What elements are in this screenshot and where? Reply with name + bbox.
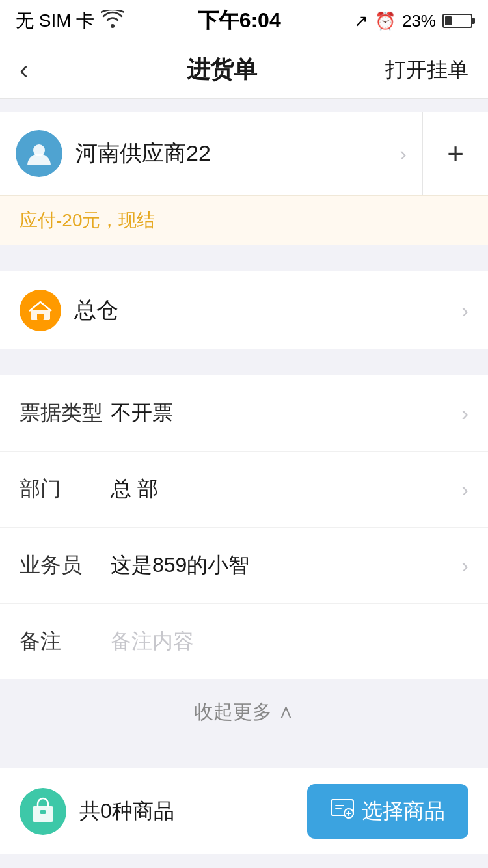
salesperson-value: 这是859的小智 <box>104 551 455 580</box>
product-count: 共0种商品 <box>79 797 307 826</box>
status-carrier: 无 SIM 卡 <box>16 8 124 33</box>
page-title: 进货单 <box>187 54 257 86</box>
invoice-type-chevron-icon: › <box>461 401 468 426</box>
select-product-icon <box>331 799 354 824</box>
select-product-label: 选择商品 <box>362 797 445 826</box>
gray-area <box>0 854 488 868</box>
warehouse-icon <box>20 290 61 331</box>
bottom-bar: 共0种商品 选择商品 <box>0 768 488 854</box>
battery-percent: 23% <box>402 11 436 31</box>
alarm-icon: ⏰ <box>375 11 396 31</box>
remark-input[interactable]: 备注内容 <box>104 627 468 656</box>
status-right: ↗ ⏰ 23% <box>354 11 472 31</box>
supplier-chevron-icon: › <box>400 142 407 166</box>
collapse-bar[interactable]: 收起更多 ∧ <box>0 682 488 742</box>
department-label: 部门 <box>20 475 104 504</box>
collapse-label: 收起更多 ∧ <box>194 701 293 722</box>
location-icon: ↗ <box>354 11 368 31</box>
warehouse-name: 总仓 <box>74 295 455 325</box>
section-gap-3 <box>0 349 488 362</box>
add-supplier-button[interactable]: + <box>423 112 488 195</box>
notice-bar: 应付-20元，现结 <box>0 195 488 245</box>
section-gap-1 <box>0 99 488 112</box>
invoice-type-row[interactable]: 票据类型 不开票 › <box>0 375 488 452</box>
supplier-avatar <box>16 130 62 177</box>
notice-text: 应付-20元，现结 <box>20 210 155 230</box>
salesperson-chevron-icon: › <box>461 554 468 578</box>
invoice-type-label: 票据类型 <box>20 399 104 427</box>
svg-rect-4 <box>40 810 46 814</box>
open-pending-button[interactable]: 打开挂单 <box>385 56 468 85</box>
battery-icon <box>442 14 472 28</box>
section-gap-4 <box>0 742 488 755</box>
invoice-type-value: 不开票 <box>104 399 455 427</box>
warehouse-chevron-icon: › <box>461 299 468 323</box>
carrier-text: 无 SIM 卡 <box>16 8 94 33</box>
status-bar: 无 SIM 卡 下午6:04 ↗ ⏰ 23% <box>0 0 488 42</box>
status-time: 下午6:04 <box>198 7 281 35</box>
back-button[interactable]: ‹ <box>20 55 59 85</box>
section-gap-2 <box>0 245 488 258</box>
form-section: 票据类型 不开票 › 部门 总 部 › 业务员 这是859的小智 › 备注 备注… <box>0 375 488 679</box>
supplier-selector[interactable]: 河南供应商22 › <box>0 112 423 195</box>
department-row[interactable]: 部门 总 部 › <box>0 452 488 528</box>
svg-rect-2 <box>37 314 44 320</box>
select-product-button[interactable]: 选择商品 <box>307 784 468 839</box>
department-chevron-icon: › <box>461 478 468 502</box>
nav-bar: ‹ 进货单 打开挂单 <box>0 42 488 99</box>
salesperson-row[interactable]: 业务员 这是859的小智 › <box>0 528 488 604</box>
department-value: 总 部 <box>104 475 455 504</box>
warehouse-section[interactable]: 总仓 › <box>0 271 488 349</box>
product-icon <box>20 788 66 835</box>
supplier-name: 河南供应商22 <box>75 139 393 169</box>
wifi-icon <box>101 10 124 33</box>
salesperson-label: 业务员 <box>20 551 104 580</box>
remark-label: 备注 <box>20 627 104 656</box>
remark-row[interactable]: 备注 备注内容 <box>0 604 488 679</box>
supplier-section: 河南供应商22 › + <box>0 112 488 195</box>
